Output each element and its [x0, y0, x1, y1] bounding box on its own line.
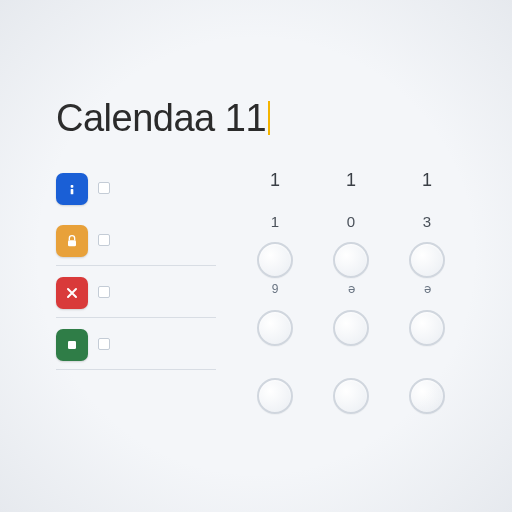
grid-row: [246, 378, 456, 414]
grid-cell[interactable]: [404, 310, 450, 366]
cell-label: [425, 350, 428, 366]
calendar-item-amber[interactable]: [56, 222, 216, 260]
grid-header-cell: 1: [252, 170, 298, 191]
ring-icon: [409, 378, 445, 414]
calendar-meta: [98, 182, 110, 196]
calendar-chip-red: [56, 277, 88, 309]
grid-cell[interactable]: ə: [404, 242, 450, 298]
grid-cell[interactable]: [252, 310, 298, 366]
cell-number: 3: [423, 213, 431, 230]
date-grid: 1 1 1 1 0 3 9: [246, 170, 456, 426]
grid-number-cell: 0: [328, 213, 374, 230]
grid-header-cell: 1: [404, 170, 450, 191]
close-icon: [64, 285, 80, 301]
grid-header-cell: 1: [328, 170, 374, 191]
content-area: 1 1 1 1 0 3 9: [56, 170, 456, 426]
grid-header-row: 1 1 1: [246, 170, 456, 191]
calendar-meta: [98, 338, 110, 352]
grid-row: [246, 310, 456, 366]
calendar-meta: [98, 234, 110, 248]
ring-icon: [333, 310, 369, 346]
calendar-meta: [98, 286, 110, 300]
cell-label: ə: [424, 282, 431, 298]
calendar-chip-amber: [56, 225, 88, 257]
calendar-app: Calendaa 11: [26, 67, 486, 446]
info-icon: [64, 181, 80, 197]
grid-number-cell: 3: [404, 213, 450, 230]
box-icon: [64, 337, 80, 353]
ring-icon: [333, 242, 369, 278]
cell-label: ə: [348, 282, 355, 298]
ring-icon: [257, 310, 293, 346]
calendar-checkbox[interactable]: [98, 182, 110, 194]
grid-row: 9 ə ə: [246, 242, 456, 298]
grid-cell[interactable]: [328, 378, 374, 414]
cell-number: 1: [271, 213, 279, 230]
cell-label: [349, 350, 352, 366]
text-cursor: [268, 101, 270, 135]
cell-number: 0: [347, 213, 355, 230]
grid-cell[interactable]: 9: [252, 242, 298, 298]
cell-label: [273, 350, 276, 366]
ring-icon: [257, 378, 293, 414]
calendar-checkbox[interactable]: [98, 286, 110, 298]
ring-icon: [257, 242, 293, 278]
grid-cell[interactable]: [252, 378, 298, 414]
page-title: Calendaa 11: [56, 97, 456, 140]
grid-cell[interactable]: [404, 378, 450, 414]
svg-rect-2: [68, 240, 76, 246]
lock-icon: [64, 233, 80, 249]
calendar-item-green[interactable]: [56, 326, 216, 364]
svg-rect-0: [71, 185, 74, 188]
calendar-list-sidebar: [56, 170, 216, 426]
cell-label: 9: [272, 282, 279, 298]
calendar-checkbox[interactable]: [98, 338, 110, 350]
ring-icon: [409, 242, 445, 278]
calendar-chip-blue: [56, 173, 88, 205]
ring-icon: [409, 310, 445, 346]
calendar-checkbox[interactable]: [98, 234, 110, 246]
grid-number-row: 1 0 3: [246, 213, 456, 230]
calendar-item-blue[interactable]: [56, 170, 216, 208]
calendar-chip-green: [56, 329, 88, 361]
title-text: Calendaa 11: [56, 97, 266, 139]
svg-rect-1: [71, 189, 74, 194]
svg-rect-3: [68, 341, 76, 349]
ring-icon: [333, 378, 369, 414]
grid-cell[interactable]: ə: [328, 242, 374, 298]
calendar-item-red[interactable]: [56, 274, 216, 312]
grid-cell[interactable]: [328, 310, 374, 366]
grid-number-cell: 1: [252, 213, 298, 230]
